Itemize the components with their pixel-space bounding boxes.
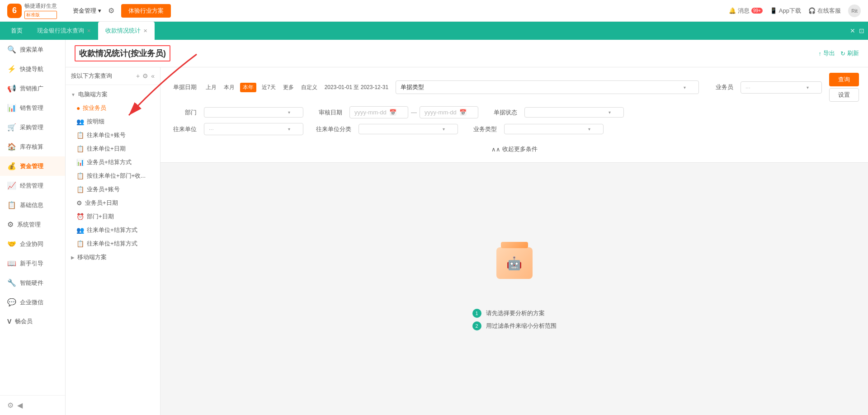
sidebar-item-cooperation[interactable]: 🤝 企业协同 — [0, 234, 65, 254]
solution-item-partner-dept[interactable]: 📋 按往来单位+部门+收... — [66, 169, 160, 183]
sidebar-settings-icon[interactable]: ⚙ — [7, 401, 14, 410]
solution-group-mobile[interactable]: ▶ 移动端方案 — [66, 250, 160, 264]
query-button[interactable]: 查询 — [829, 73, 859, 86]
doc-type-select[interactable]: 单据类型 ▾ — [396, 80, 699, 94]
inventory-icon: 🏠 — [7, 142, 16, 151]
solution-item-partner-account[interactable]: 📋 往来单位+账号 — [66, 128, 160, 142]
cooperation-icon: 🤝 — [7, 240, 16, 248]
collapse-filter-button[interactable]: ∧∧ 收起更多条件 — [488, 141, 541, 157]
logo-icon: 6 — [7, 4, 22, 18]
sidebar-item-wechat[interactable]: 💬 企业微信 — [0, 292, 65, 312]
settings-icon[interactable]: ⚙ — [105, 5, 118, 17]
partner-arrow-icon: ▾ — [288, 127, 290, 132]
sidebar-label-member: 畅会员 — [15, 317, 33, 325]
salesman-select[interactable]: ··· ▾ — [741, 81, 822, 94]
page-actions: ↑ 导出 ↻ 刷新 — [819, 49, 859, 57]
doc-type-arrow-icon: ▾ — [684, 85, 686, 90]
sidebar-item-purchase[interactable]: 🛒 采购管理 — [0, 118, 65, 137]
empty-steps: 1 请先选择要分析的方案 2 用过滤条件来缩小分析范围 — [472, 309, 557, 330]
date-btn-lastmonth[interactable]: 上月 — [204, 83, 218, 92]
sidebar-item-system[interactable]: ⚙ 系统管理 — [0, 215, 65, 234]
cashflow-tab-label: 现金银行流水查询 — [37, 27, 84, 35]
tab-home[interactable]: 首页 — [4, 22, 30, 40]
sidebar-item-hardware[interactable]: 🔧 智能硬件 — [0, 273, 65, 292]
empty-step-2: 2 用过滤条件来缩小分析范围 — [472, 321, 557, 330]
solution-item-detail[interactable]: 👥 按明细 — [66, 115, 160, 128]
biz-type-select[interactable]: ▾ — [504, 124, 604, 134]
salesman-account-icon: 📋 — [76, 186, 84, 193]
sidebar-item-quicknav[interactable]: ⚡ 快捷导航 — [0, 59, 65, 79]
solution-item-salesman-account[interactable]: 📋 业务员+账号 — [66, 183, 160, 196]
partner-category-arrow-icon: ▾ — [443, 127, 445, 132]
panel-header: 按以下方案查询 + ⚙ « — [66, 67, 160, 85]
audit-date-from[interactable]: yyyy-mm-dd 📅 — [349, 106, 408, 118]
solution-item-salesman-settlement[interactable]: 📊 业务员+结算方式 — [66, 156, 160, 169]
sidebar-item-inventory[interactable]: 🏠 库存核算 — [0, 137, 65, 156]
group-label-mobile: 移动端方案 — [77, 253, 107, 261]
user-avatar[interactable]: Rit — [848, 5, 861, 17]
sidebar-item-sales[interactable]: 📊 销售管理 — [0, 98, 65, 118]
sidebar-label-finance: 资金管理 — [20, 162, 43, 170]
sidebar-label-guide: 新手引导 — [20, 259, 43, 268]
date-btn-7days[interactable]: 近7天 — [260, 83, 278, 92]
date-btn-custom[interactable]: 自定义 — [299, 83, 319, 92]
sidebar-item-marketing[interactable]: 📢 营销推广 — [0, 79, 65, 98]
sales-icon: 📊 — [7, 104, 16, 112]
audit-date-group: yyyy-mm-dd 📅 — yyyy-mm-dd 📅 — [349, 106, 478, 118]
sidebar-item-finance[interactable]: 💰 资金管理 — [0, 156, 65, 176]
sidebar-item-operations[interactable]: 📈 经营管理 — [0, 176, 65, 195]
hardware-icon: 🔧 — [7, 278, 16, 287]
audit-date-to[interactable]: yyyy-mm-dd 📅 — [420, 106, 478, 118]
partner-category-label: 往来单位分类 — [311, 125, 351, 133]
filter-row-2: 部门 ▾ 审核日期 yyyy-mm-dd 📅 — — [170, 106, 859, 118]
doc-status-select[interactable]: ▾ — [524, 107, 624, 118]
content-area: 收款情况统计(按业务员) ↑ 导出 ↻ 刷新 按以下方案查询 + ⚙ — [66, 40, 868, 415]
page-header: 收款情况统计(按业务员) ↑ 导出 ↻ 刷新 — [66, 40, 868, 67]
solution-item-partner-date[interactable]: 📋 往来单位+日期 — [66, 142, 160, 156]
solution-item-label-6: 业务员+账号 — [87, 185, 120, 193]
solution-group-desktop[interactable]: ▼ 电脑端方案 — [66, 88, 160, 101]
notification-area[interactable]: 🔔 消息 99+ — [729, 7, 763, 15]
date-btn-thisyear[interactable]: 本年 — [240, 83, 256, 92]
partner-select[interactable]: ··· ▾ — [204, 123, 303, 135]
solution-item-partner-settlement2[interactable]: 📋 往来单位+结算方式 — [66, 237, 160, 250]
dept-select[interactable]: ▾ — [204, 107, 303, 118]
group-label-desktop: 电脑端方案 — [78, 90, 108, 99]
online-service-label: 在线客服 — [817, 7, 841, 15]
online-service-area[interactable]: 🎧 在线客服 — [808, 7, 841, 15]
export-button[interactable]: ↑ 导出 — [819, 49, 835, 57]
tab-cashflow[interactable]: 现金银行流水查询 ✕ — [30, 22, 98, 40]
sidebar-collapse-icon[interactable]: ◀ — [17, 401, 23, 410]
sidebar-item-search[interactable]: 🔍 搜索菜单 — [0, 40, 65, 59]
app-download-area[interactable]: 📱 App下载 — [770, 7, 801, 15]
solution-item-partner-settlement1[interactable]: 👥 往来单位+结算方式 — [66, 223, 160, 237]
panel-settings-icon[interactable]: ⚙ — [142, 72, 148, 80]
biz-type-label: 业务类型 — [465, 125, 497, 133]
solution-item-by-salesman[interactable]: ● 按业务员 — [66, 101, 160, 115]
sidebar-item-guide[interactable]: 📖 新手引导 — [0, 254, 65, 273]
filter-area: 单据日期 上月 本月 本年 近7天 更多 自定义 2023-01-01 至 20… — [160, 67, 868, 163]
close-window-icon[interactable]: ✕ — [850, 27, 855, 34]
date-btn-thismonth[interactable]: 本月 — [222, 83, 236, 92]
refresh-icon: ↻ — [840, 50, 845, 57]
cashflow-tab-close-icon[interactable]: ✕ — [87, 28, 91, 34]
solution-item-dept-date[interactable]: ⏰ 部门+日期 — [66, 210, 160, 223]
partner-category-select[interactable]: ▾ — [359, 124, 458, 134]
date-btn-more[interactable]: 更多 — [281, 83, 296, 92]
collection-tab-close-icon[interactable]: ✕ — [143, 28, 147, 34]
refresh-button[interactable]: ↻ 刷新 — [840, 49, 859, 57]
setting-button[interactable]: 设置 — [829, 88, 859, 102]
trial-button[interactable]: 体验行业方案 — [121, 4, 171, 18]
tab-collection-stats[interactable]: 收款情况统计 ✕ — [98, 22, 155, 40]
panel-header-label: 按以下方案查询 — [71, 72, 133, 80]
solution-item-label-4: 业务员+结算方式 — [87, 158, 132, 166]
top-right-area: 🔔 消息 99+ 📱 App下载 🎧 在线客服 Rit — [729, 5, 861, 17]
partner-placeholder: ··· — [209, 126, 214, 132]
panel-collapse-icon[interactable]: « — [151, 72, 155, 80]
maximize-window-icon[interactable]: ⊡ — [859, 27, 864, 34]
sidebar-item-member[interactable]: V 畅会员 — [0, 312, 65, 331]
sidebar-item-basics[interactable]: 📋 基础信息 — [0, 195, 65, 215]
solution-item-salesman-date[interactable]: ⚙ 业务员+日期 — [66, 196, 160, 210]
panel-add-icon[interactable]: + — [136, 72, 140, 80]
salesman-label: 业务员 — [706, 83, 733, 91]
